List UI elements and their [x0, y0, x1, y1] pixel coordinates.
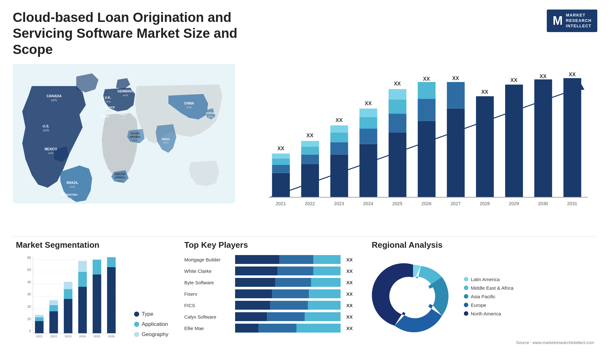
- lat-am-dot: [464, 277, 468, 281]
- svg-text:xx%: xx%: [105, 100, 111, 103]
- bar-seg1: [235, 255, 279, 264]
- bar-seg1: [235, 266, 277, 275]
- legend-north-america: North America: [464, 311, 513, 316]
- svg-text:2021: 2021: [36, 334, 43, 338]
- bar-seg2: [275, 278, 311, 287]
- player-value: XX: [346, 303, 356, 308]
- svg-text:2023: 2023: [65, 334, 71, 338]
- svg-text:XX: XX: [481, 89, 488, 95]
- svg-text:60: 60: [27, 256, 31, 260]
- svg-text:XX: XX: [452, 75, 459, 81]
- legend-type-dot: [134, 312, 139, 317]
- segmentation-title: Market Segmentation: [16, 240, 168, 250]
- svg-text:2025: 2025: [93, 334, 100, 338]
- svg-rect-106: [49, 311, 58, 334]
- svg-rect-103: [35, 317, 44, 321]
- legend-middle-east-africa: Middle East & Africa: [464, 285, 513, 291]
- logo-area: M MARKET RESEARCH INTELLECT: [547, 10, 597, 32]
- svg-text:XX: XX: [539, 73, 546, 79]
- svg-text:XX: XX: [365, 100, 372, 106]
- svg-text:2024: 2024: [79, 334, 86, 338]
- svg-text:xx%: xx%: [117, 179, 123, 183]
- bar-seg2: [272, 289, 309, 298]
- player-ellie-mae: Ellie Mae XX: [184, 324, 356, 333]
- svg-text:xx%: xx%: [163, 141, 168, 144]
- player-bar: [235, 289, 341, 298]
- svg-text:50: 50: [27, 268, 31, 272]
- world-map-svg: CANADA xx% U.S. xx% MEXICO xx% BRAZIL xx…: [13, 64, 235, 204]
- svg-text:XX: XX: [394, 81, 401, 87]
- player-value: XX: [346, 291, 356, 297]
- svg-text:2026: 2026: [108, 334, 115, 338]
- svg-text:2026: 2026: [421, 201, 431, 206]
- player-name: Mortgage Builder: [184, 257, 232, 262]
- svg-rect-60: [389, 114, 406, 132]
- legend-asia-pacific: Asia Pacific: [464, 294, 513, 299]
- player-value: XX: [346, 280, 356, 285]
- bar-seg3: [296, 324, 341, 333]
- bar-seg2: [270, 301, 308, 310]
- player-name: Fiserv: [184, 291, 232, 297]
- players-section: Top Key Players Mortgage Builder XX Whit…: [181, 240, 359, 354]
- legend-geo-dot: [134, 332, 139, 337]
- svg-rect-74: [476, 96, 494, 197]
- svg-text:xx%: xx%: [106, 109, 112, 112]
- player-mortgage-builder: Mortgage Builder XX: [184, 255, 356, 264]
- legend-type-label: Type: [142, 311, 153, 317]
- player-name: FICS: [184, 303, 232, 308]
- svg-rect-110: [64, 299, 72, 333]
- top-row: CANADA xx% U.S. xx% MEXICO xx% BRAZIL xx…: [13, 64, 597, 227]
- svg-rect-122: [107, 257, 116, 267]
- player-name: Byte Software: [184, 280, 232, 285]
- bar-seg3: [311, 278, 341, 287]
- svg-text:xx%: xx%: [43, 129, 49, 132]
- bar-seg3: [308, 301, 341, 310]
- svg-text:30: 30: [27, 292, 31, 296]
- donut-chart: [372, 255, 454, 338]
- mea-dot: [464, 286, 468, 290]
- regional-section: Regional Analysis: [369, 240, 597, 354]
- svg-rect-116: [78, 261, 87, 272]
- svg-text:U.K.: U.K.: [105, 96, 111, 99]
- svg-text:FRANCE: FRANCE: [103, 106, 115, 109]
- header: Cloud-based Loan Origination and Servici…: [13, 10, 597, 57]
- page-title: Cloud-based Loan Origination and Servici…: [13, 10, 267, 57]
- svg-text:2023: 2023: [334, 201, 344, 206]
- svg-rect-54: [359, 129, 377, 144]
- svg-rect-119: [93, 260, 101, 274]
- svg-text:xx%: xx%: [123, 94, 128, 97]
- svg-rect-67: [418, 82, 436, 99]
- svg-text:xx%: xx%: [48, 152, 53, 155]
- page-container: Cloud-based Loan Origination and Servici…: [0, 0, 610, 364]
- svg-text:XX: XX: [277, 145, 284, 151]
- svg-rect-50: [330, 125, 348, 132]
- svg-text:2022: 2022: [305, 201, 315, 206]
- svg-point-124: [395, 278, 431, 315]
- svg-text:2028: 2028: [480, 201, 490, 206]
- bar-chart-svg: XX 2021 XX 2022 XX 2023: [251, 67, 591, 224]
- player-bar: [235, 266, 341, 275]
- player-name: White Clarke: [184, 268, 232, 274]
- player-name: Ellie Mae: [184, 326, 232, 331]
- source-text: Source : www.marketresearchintellect.com: [372, 340, 594, 345]
- svg-text:XX: XX: [569, 71, 576, 77]
- svg-text:U.S.: U.S.: [43, 124, 49, 128]
- legend-application: Application: [134, 321, 168, 327]
- legend-europe: Europe: [464, 302, 513, 308]
- svg-text:CHINA: CHINA: [184, 102, 194, 105]
- bar-chart-section: XX 2021 XX 2022 XX 2023: [245, 64, 597, 227]
- svg-rect-35: [272, 173, 290, 197]
- svg-text:INDIA: INDIA: [162, 138, 170, 141]
- eu-label: Europe: [471, 302, 486, 308]
- regional-legend: Latin America Middle East & Africa Asia …: [464, 277, 513, 316]
- svg-text:xx%: xx%: [51, 98, 57, 102]
- svg-text:ARABIA: ARABIA: [130, 135, 141, 138]
- player-bar: [235, 324, 341, 333]
- svg-text:20: 20: [27, 305, 31, 308]
- svg-rect-56: [359, 109, 377, 117]
- svg-rect-42: [301, 155, 319, 165]
- svg-rect-102: [35, 321, 44, 334]
- svg-text:XX: XX: [423, 76, 430, 82]
- na-dot: [464, 311, 468, 316]
- svg-text:2031: 2031: [567, 201, 577, 206]
